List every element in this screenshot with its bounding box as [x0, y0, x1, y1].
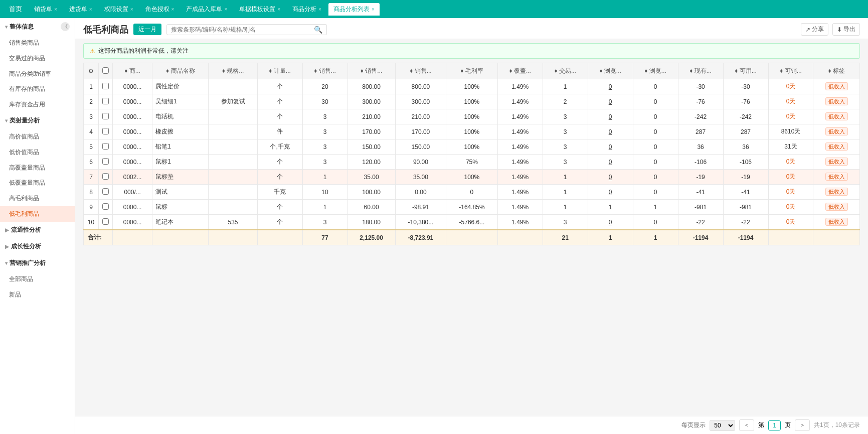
sidebar-item-all-goods[interactable]: 全部商品: [0, 271, 75, 287]
browse1-link[interactable]: 1: [609, 204, 612, 211]
sidebar-group-growth[interactable]: ▶ 成长性分析: [0, 238, 75, 255]
row-checkbox[interactable]: [99, 94, 113, 109]
settings-icon[interactable]: ⚙: [88, 68, 94, 75]
row-select-checkbox[interactable]: [102, 158, 109, 165]
collapse-overall-btn[interactable]: 《: [61, 22, 70, 31]
col-margin-rate[interactable]: ♦ 毛利率: [446, 63, 498, 79]
row-select-checkbox[interactable]: [102, 113, 109, 119]
sidebar-item-high-value[interactable]: 高价值商品: [0, 129, 75, 144]
nav-permissions[interactable]: 权限设置 ×: [99, 3, 138, 16]
browse1-link[interactable]: 0: [609, 128, 612, 135]
table-wrapper[interactable]: ⚙ ♦ 商... ♦ 商品名称 ♦ 规格...: [83, 63, 860, 416]
row-checkbox[interactable]: [99, 139, 113, 155]
row-browse1[interactable]: 0: [588, 124, 633, 139]
nav-purchase[interactable]: 进货单 ×: [64, 3, 97, 16]
col-spec[interactable]: ♦ 规格...: [209, 63, 257, 79]
browse1-link[interactable]: 0: [609, 143, 612, 151]
date-filter-button[interactable]: 近一月: [133, 24, 161, 35]
close-template-icon[interactable]: ×: [277, 7, 280, 12]
next-page-button[interactable]: ＞: [795, 419, 810, 431]
nav-analysis-list[interactable]: 商品分析列表 ×: [328, 3, 380, 16]
browse1-link[interactable]: 0: [609, 98, 612, 105]
row-checkbox[interactable]: [99, 200, 113, 215]
row-browse1[interactable]: 0: [588, 185, 633, 200]
col-available[interactable]: ♦ 可用...: [723, 63, 768, 79]
close-roles-icon[interactable]: ×: [171, 7, 175, 12]
browse1-link[interactable]: 0: [609, 174, 612, 181]
sidebar-item-category-rate[interactable]: 商品分类助销率: [0, 66, 75, 82]
select-all-checkbox[interactable]: [102, 67, 109, 74]
sidebar-item-stock-funds[interactable]: 库存资金占用: [0, 97, 75, 112]
row-select-checkbox[interactable]: [102, 173, 109, 180]
col-sales-qty[interactable]: ♦ 销售...: [302, 63, 348, 79]
row-checkbox[interactable]: [99, 185, 113, 200]
col-coverage[interactable]: ♦ 覆盖...: [497, 63, 543, 79]
prev-page-button[interactable]: ＜: [739, 419, 754, 431]
row-checkbox[interactable]: [99, 170, 113, 185]
browse1-link[interactable]: 0: [609, 159, 612, 166]
sidebar-item-in-stock[interactable]: 有库存的商品: [0, 81, 75, 97]
row-checkbox[interactable]: [99, 124, 113, 139]
row-browse1[interactable]: 0: [588, 109, 633, 124]
col-tag[interactable]: ♦ 标签: [813, 63, 860, 79]
row-browse1[interactable]: 0: [588, 79, 633, 94]
row-browse1[interactable]: 0: [588, 94, 633, 109]
close-stock-in-icon[interactable]: ×: [224, 7, 227, 12]
row-browse1[interactable]: 0: [588, 215, 633, 230]
col-sales-amount[interactable]: ♦ 销售...: [348, 63, 395, 79]
close-analysis-list-icon[interactable]: ×: [372, 7, 375, 12]
col-name[interactable]: ♦ 商品名称: [152, 63, 209, 79]
sidebar-item-sales-goods[interactable]: 销售类商品: [0, 35, 75, 51]
close-sales-icon[interactable]: ×: [54, 7, 57, 12]
col-browse1[interactable]: ♦ 浏览...: [588, 63, 633, 79]
sidebar-item-low-value[interactable]: 低价值商品: [0, 144, 75, 160]
close-permissions-icon[interactable]: ×: [130, 7, 133, 12]
export-button[interactable]: ⬇ 导出: [832, 23, 860, 36]
sidebar-group-category-analysis[interactable]: ▾ 类射量分析: [0, 112, 75, 129]
row-select-checkbox[interactable]: [102, 143, 109, 150]
row-select-checkbox[interactable]: [102, 188, 109, 195]
row-checkbox[interactable]: [99, 215, 113, 230]
nav-roles[interactable]: 角色授权 ×: [140, 3, 180, 16]
sidebar-item-low-coverage[interactable]: 低覆盖量商品: [0, 175, 75, 191]
sidebar-group-marketing[interactable]: ▾ 营销推广分析: [0, 255, 75, 271]
row-select-checkbox[interactable]: [102, 128, 109, 134]
nav-stock-in[interactable]: 产成品入库单 ×: [181, 3, 232, 16]
sidebar-group-overall[interactable]: ▾ 整体信息 《: [0, 18, 75, 35]
nav-home[interactable]: 首页: [4, 3, 27, 16]
close-purchase-icon[interactable]: ×: [89, 7, 92, 12]
sidebar-item-high-margin[interactable]: 高毛利商品: [0, 191, 75, 206]
row-select-checkbox[interactable]: [102, 83, 109, 89]
close-analysis-icon[interactable]: ×: [318, 7, 321, 12]
browse1-link[interactable]: 0: [609, 83, 612, 90]
sidebar-item-high-coverage[interactable]: 高覆盖量商品: [0, 160, 75, 176]
browse1-link[interactable]: 0: [609, 113, 612, 120]
row-checkbox[interactable]: [99, 79, 113, 94]
nav-analysis[interactable]: 商品分析 ×: [287, 3, 326, 16]
sidebar-item-traded-goods[interactable]: 交易过的商品: [0, 51, 75, 66]
row-browse1[interactable]: 0: [588, 155, 633, 170]
sidebar-group-liquidity[interactable]: ▶ 流通性分析: [0, 222, 75, 238]
page-size-select[interactable]: 50 100 200: [710, 420, 735, 431]
col-unit[interactable]: ♦ 计量...: [257, 63, 302, 79]
sidebar-item-low-margin[interactable]: 低毛利商品: [0, 206, 75, 222]
col-saleable[interactable]: ♦ 可销...: [768, 63, 813, 79]
row-browse1[interactable]: 0: [588, 139, 633, 155]
col-current-stock[interactable]: ♦ 现有...: [678, 63, 723, 79]
search-input[interactable]: [171, 26, 312, 33]
row-browse1[interactable]: 1: [588, 200, 633, 215]
nav-template[interactable]: 单据模板设置 ×: [234, 3, 285, 16]
browse1-link[interactable]: 0: [609, 189, 612, 196]
browse1-link[interactable]: 0: [609, 219, 612, 226]
col-checkbox[interactable]: [99, 63, 113, 79]
row-browse1[interactable]: 0: [588, 170, 633, 185]
row-select-checkbox[interactable]: [102, 218, 109, 225]
col-settings[interactable]: ⚙: [84, 63, 99, 79]
col-trade-count[interactable]: ♦ 交易...: [543, 63, 588, 79]
col-sales-profit[interactable]: ♦ 销售...: [395, 63, 446, 79]
row-select-checkbox[interactable]: [102, 203, 109, 210]
col-code[interactable]: ♦ 商...: [113, 63, 152, 79]
share-button[interactable]: ↗ 分享: [801, 23, 828, 36]
sidebar-item-new-goods[interactable]: 新品: [0, 287, 75, 303]
nav-sales[interactable]: 销货单 ×: [29, 3, 62, 16]
